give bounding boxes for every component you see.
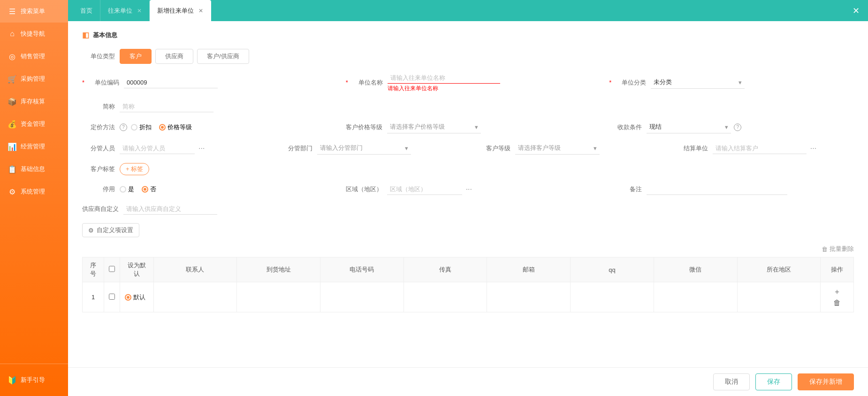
sidebar-item-operation[interactable]: 📊 经营管理 <box>0 135 68 158</box>
sidebar-item-guide[interactable]: 🔰 新手引导 <box>0 369 68 391</box>
tab-partner-list-close[interactable]: ✕ <box>137 8 142 14</box>
custom-settings-button[interactable]: ⚙ 自定义项设置 <box>82 223 139 237</box>
row-phone[interactable] <box>320 282 404 312</box>
manager-input[interactable] <box>120 143 195 154</box>
save-new-button[interactable]: 保存并新增 <box>798 373 854 390</box>
select-all-checkbox[interactable] <box>109 266 115 272</box>
manager-row: 分管人员 ··· 分管部门 请输入分管部门 ▾ 客户等级 请选择客户等级 ▾ <box>82 142 854 155</box>
customer-price-level-chevron: ▾ <box>475 124 478 131</box>
region-input-table[interactable] <box>742 294 816 301</box>
unit-category-group: * 单位分类 未分类 ▾ <box>609 76 854 89</box>
tab-partner-list[interactable]: 往来单位 ✕ <box>100 0 150 21</box>
sidebar-item-inventory[interactable]: 📦 库存核算 <box>0 90 68 113</box>
tab-bar: 首页 往来单位 ✕ 新增往来单位 ✕ ✕ <box>68 0 868 21</box>
unit-type-supplier[interactable]: 供应商 <box>155 49 193 64</box>
unit-type-both[interactable]: 客户/供应商 <box>197 49 249 64</box>
pricing-info-icon[interactable]: ? <box>120 124 127 131</box>
region-input[interactable] <box>387 184 462 195</box>
wechat-input[interactable] <box>659 294 732 301</box>
payment-condition-group: 收款条件 现结 ▾ ? <box>609 121 854 133</box>
payment-info-icon[interactable]: ? <box>734 124 741 131</box>
inventory-icon: 📦 <box>8 97 17 106</box>
pricing-level[interactable]: 价格等级 <box>159 123 192 132</box>
row-checkbox-input[interactable] <box>109 294 115 300</box>
sidebar-item-search[interactable]: ☰ 搜索菜单 <box>0 0 68 23</box>
batch-delete[interactable]: 🗑 批量删除 <box>82 245 854 253</box>
sidebar-item-quick-nav[interactable]: ⌂ 快捷导航 <box>0 23 68 45</box>
pricing-radio-group: 折扣 价格等级 <box>131 123 192 132</box>
sidebar-item-basic[interactable]: 📋 基础信息 <box>0 158 68 180</box>
row-default-radio[interactable]: 默认 <box>125 293 148 302</box>
remarks-input[interactable] <box>647 184 787 195</box>
contact-input[interactable] <box>159 294 232 301</box>
col-address: 到货地址 <box>237 257 320 282</box>
sidebar-item-sales[interactable]: ◎ 销售管理 <box>0 45 68 68</box>
manager-more[interactable]: ··· <box>197 144 206 153</box>
supplier-custom-group: 供应商自定义 <box>82 203 854 215</box>
row-default: 默认 <box>120 282 153 312</box>
tab-add-partner[interactable]: 新增往来单位 ✕ <box>150 0 211 21</box>
row-address[interactable] <box>237 282 320 312</box>
unit-name-group: * 单位名称 请输入往来单位名称 <box>346 72 591 93</box>
settlement-unit-label: 结算单位 <box>675 144 708 153</box>
row-contact[interactable] <box>153 282 237 312</box>
customer-price-level-select[interactable]: 请选择客户价格等级 ▾ <box>387 121 481 133</box>
supplier-custom-label: 供应商自定义 <box>82 205 119 213</box>
phone-input[interactable] <box>325 294 399 301</box>
add-tag-button[interactable]: + 标签 <box>120 163 149 175</box>
add-row-button[interactable]: ＋ <box>831 286 843 298</box>
manager-input-wrap: ··· <box>120 143 206 154</box>
sidebar-item-system[interactable]: ⚙ 系统管理 <box>0 180 68 203</box>
address-input[interactable] <box>242 294 315 301</box>
section-title: ◧ 基本信息 <box>82 31 854 39</box>
tab-add-partner-close[interactable]: ✕ <box>198 8 203 14</box>
region-label: 区域（地区） <box>346 185 382 194</box>
settlement-more[interactable]: ··· <box>808 144 818 153</box>
gear-icon: ⚙ <box>88 227 94 234</box>
region-more[interactable]: ··· <box>464 185 474 194</box>
sidebar-item-purchase[interactable]: 🛒 采购管理 <box>0 68 68 90</box>
footer: 取消 保存 保存并新增 <box>68 367 868 396</box>
row-fax[interactable] <box>404 282 487 312</box>
tab-home[interactable]: 首页 <box>73 0 100 21</box>
delete-row-button[interactable]: 🗑 <box>831 298 843 308</box>
customer-level-group: 客户等级 请选择客户等级 ▾ <box>478 142 656 155</box>
save-button[interactable]: 保存 <box>755 373 792 390</box>
unit-category-label: 单位分类 <box>613 78 646 87</box>
sidebar-item-finance[interactable]: 💰 资金管理 <box>0 113 68 135</box>
settlement-unit-input[interactable] <box>713 143 807 154</box>
row-email[interactable] <box>487 282 571 312</box>
short-name-group: 简称 <box>82 101 854 112</box>
cancel-button[interactable]: 取消 <box>713 373 750 390</box>
row-qq[interactable] <box>571 282 654 312</box>
payment-condition-select[interactable]: 现结 ▾ <box>647 121 731 133</box>
fax-input[interactable] <box>409 294 482 301</box>
home-icon: ⌂ <box>8 29 17 39</box>
sidebar-item-label: 系统管理 <box>21 187 45 196</box>
unit-name-input[interactable] <box>388 72 500 84</box>
supplier-custom-input[interactable] <box>123 203 217 215</box>
email-input[interactable] <box>492 294 565 301</box>
disable-yes[interactable]: 是 <box>120 185 134 194</box>
level-radio <box>159 124 166 131</box>
unit-type-customer[interactable]: 客户 <box>120 49 152 64</box>
col-checkbox[interactable] <box>104 257 120 282</box>
region-group: 区域（地区） ··· <box>346 184 591 195</box>
unit-code-label: 单位编码 <box>86 78 119 87</box>
row-region[interactable] <box>737 282 821 312</box>
discount-radio <box>131 124 137 131</box>
unit-code-input[interactable] <box>124 77 218 88</box>
sales-icon: ◎ <box>8 52 17 61</box>
pricing-discount[interactable]: 折扣 <box>131 123 152 132</box>
col-region: 所在地区 <box>737 257 821 282</box>
row-checkbox[interactable] <box>104 282 120 312</box>
department-select[interactable]: 请输入分管部门 ▾ <box>317 142 411 155</box>
unit-category-select[interactable]: 未分类 ▾ <box>651 76 745 89</box>
row-wechat[interactable] <box>654 282 737 312</box>
customer-level-select[interactable]: 请选择客户等级 ▾ <box>515 142 600 155</box>
department-label: 分管部门 <box>280 144 312 153</box>
tab-close-global[interactable]: ✕ <box>849 6 863 16</box>
short-name-input[interactable] <box>120 101 213 112</box>
qq-input[interactable] <box>575 294 649 301</box>
disable-no[interactable]: 否 <box>142 185 156 194</box>
